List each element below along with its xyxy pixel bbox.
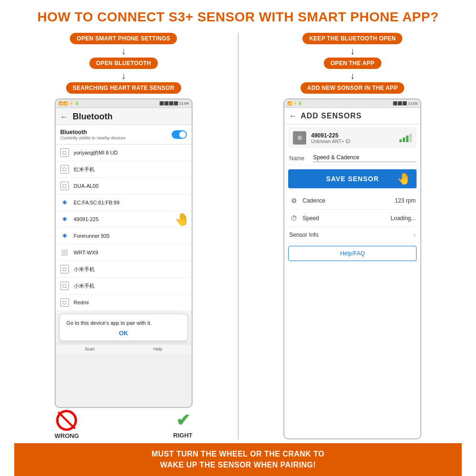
save-sensor-btn[interactable]: SAVE SENSOR 🤚 [288, 169, 417, 188]
arrow3: ↓ [350, 46, 355, 56]
bt-device-list: ☐ yoriyang的MI 8 UD ☐ 红米手机 ☐ DUA-AL00 ✱ [56, 145, 192, 341]
cadence-row: ⚙ Cadence 123 rpm [284, 192, 420, 210]
bt-setting-sub: Currently visible to nearby devices [60, 136, 126, 140]
pair-dialog: Go to this device's app to pair with it.… [59, 314, 188, 341]
device-name-0: yoriyang的MI 8 UD [74, 149, 118, 156]
bt-setting-label: Bluetooth [60, 129, 126, 136]
left-phone-mockup: 📶📶 ⚡ 🔋 ⬛⬛⬛⬛ 11:04 ← Bluetooth Bluetooth [55, 98, 193, 408]
cadence-icon: ⚙ [289, 196, 299, 205]
bottom-help[interactable]: Help [153, 347, 162, 351]
device-name-4: 49091-225 [74, 216, 99, 222]
dialog-text: Go to this device's app to pair with it. [67, 320, 181, 326]
signal-bar-3 [406, 136, 408, 142]
speed-label: Speed [302, 215, 390, 222]
device-name-3: EC:FA:5C:61:FB:99 [74, 200, 120, 205]
right-step1: KEEP THE BLUETOOTH OPEN [302, 33, 402, 44]
right-status-bar: 📶 ⚡🔋 ⬛⬛⬛ 11:03 [284, 99, 420, 108]
signal-bars [399, 134, 412, 142]
main-title: HOW TO CONNECT S3+ SENSOR WITH SMART PHO… [37, 9, 438, 25]
left-status-left: 📶📶 ⚡ 🔋 [58, 101, 79, 106]
right-panel: KEEP THE BLUETOOTH OPEN ↓ OPEN THE APP ↓… [239, 33, 462, 439]
wrong-right-row: WRONG ✔ RIGHT [55, 410, 193, 439]
signal-bar-2 [403, 137, 405, 142]
speed-icon: ⏱ [289, 214, 299, 223]
name-row: Name Speed & Cadence [284, 151, 420, 165]
cadence-label: Cadence [302, 197, 395, 204]
left-step1: OPEN SMART PHONE SETTINGS [70, 33, 177, 44]
sensor-card-id: 49091-225 [311, 132, 399, 139]
sensor-info-label: Sensor Info [289, 232, 318, 238]
save-btn-label: SAVE SENSOR [326, 175, 379, 183]
device-icon-9: ☐ [60, 298, 69, 307]
device-icon-6: ⬜ [60, 248, 69, 257]
right-label: RIGHT [173, 432, 192, 439]
bt-device-item[interactable]: ☐ 小米手机 [56, 278, 192, 294]
app-back-icon[interactable]: ← [289, 112, 297, 120]
bt-device-item-selected[interactable]: ✱ 49091-225 🤚 [56, 211, 192, 228]
bt-device-item[interactable]: ☐ 小米手机 [56, 261, 192, 278]
bt-device-item[interactable]: ✱ EC:FA:5C:61:FB:99 [56, 194, 192, 211]
hand-pointer-left: 🤚 [175, 212, 190, 227]
speed-row: ⏱ Speed Loading... [284, 210, 420, 227]
bt-device-item[interactable]: ☐ 红米手机 [56, 161, 192, 178]
sensor-info-arrow: › [414, 231, 416, 239]
device-name-6: WRT-WX9 [74, 250, 98, 255]
page-container: HOW TO CONNECT S3+ SENSOR WITH SMART PHO… [0, 0, 476, 476]
bt-setting-info: Bluetooth Currently visible to nearby de… [60, 129, 126, 140]
arrow4: ↓ [350, 71, 355, 80]
right-phone-mockup: 📶 ⚡🔋 ⬛⬛⬛ 11:03 ← ADD SENSORS ⚙ 49091-225… [283, 98, 421, 439]
bt-device-item[interactable]: ☐ DUA-AL00 [56, 178, 192, 194]
cadence-value: 123 rpm [395, 197, 416, 204]
left-step3: SEARCHING HEART RATE SENSOR [66, 82, 181, 94]
right-badge: ✔ RIGHT [173, 410, 192, 439]
device-name-2: DUA-AL00 [74, 183, 99, 189]
content-row: OPEN SMART PHONE SETTINGS ↓ OPEN BLUETOO… [14, 33, 462, 439]
device-icon-4: ✱ [60, 215, 69, 223]
bt-toggle[interactable] [172, 130, 187, 139]
signal-bar-4 [409, 134, 412, 142]
sensor-card-info: 49091-225 Unknown ANT+ ID [311, 132, 399, 144]
device-name-5: Forerunner 935 [74, 233, 110, 239]
device-icon-7: ☐ [60, 265, 69, 273]
help-faq-btn[interactable]: Help/FAQ [288, 246, 417, 261]
device-name-9: Redmi [74, 300, 89, 305]
device-icon-2: ☐ [60, 182, 69, 190]
signal-bar-1 [399, 139, 402, 142]
right-step3: ADD NEW SONSOR IN THE APP [301, 82, 404, 94]
arrow2: ↓ [121, 71, 126, 80]
left-steps: OPEN SMART PHONE SETTINGS ↓ OPEN BLUETOO… [14, 33, 233, 439]
right-status-left: 📶 ⚡🔋 [287, 101, 302, 106]
speed-value: Loading... [391, 215, 416, 222]
left-status-right: ⬛⬛⬛⬛ 11:04 [159, 101, 189, 106]
device-name-1: 红米手机 [74, 166, 95, 173]
bottom-scan[interactable]: Scan [85, 347, 95, 351]
bt-settings-section: Bluetooth Currently visible to nearby de… [56, 125, 192, 145]
dialog-ok-btn[interactable]: OK [67, 330, 181, 337]
bt-device-item[interactable]: ☐ yoriyang的MI 8 UD [56, 145, 192, 161]
device-icon-0: ☐ [60, 148, 69, 157]
wrong-label: WRONG [55, 432, 79, 439]
sensor-card-sub: Unknown ANT+ ID [311, 139, 399, 144]
left-step2: OPEN BLUETOOTH [89, 58, 158, 69]
wrong-badge: WRONG [55, 410, 79, 439]
no-symbol [56, 410, 77, 431]
bt-device-item[interactable]: ⬜ WRT-WX9 [56, 244, 192, 261]
bt-device-item[interactable]: ☐ Redmi [56, 294, 192, 311]
bt-back-icon[interactable]: ← [60, 113, 68, 121]
left-status-bar: 📶📶 ⚡ 🔋 ⬛⬛⬛⬛ 11:04 [56, 99, 192, 108]
app-header: ← ADD SENSORS [284, 108, 420, 125]
device-icon-5: ✱ [60, 232, 69, 240]
bt-device-item[interactable]: ✱ Forerunner 935 [56, 228, 192, 244]
name-label: Name [289, 155, 313, 162]
device-icon-3: ✱ [60, 198, 69, 207]
right-status-right: ⬛⬛⬛ 11:03 [393, 101, 418, 106]
bt-header: ← Bluetooth [56, 108, 192, 125]
arrow1: ↓ [121, 46, 126, 56]
right-steps: KEEP THE BLUETOOTH OPEN ↓ OPEN THE APP ↓… [243, 33, 462, 439]
sensor-info-row[interactable]: Sensor Info › [284, 227, 420, 243]
sensor-card: ⚙ 49091-225 Unknown ANT+ ID [288, 127, 417, 148]
app-title: ADD SENSORS [301, 112, 361, 120]
footer-banner: MUST TURN THE WHEEL OR THE CRANK TOWAKE … [14, 443, 462, 476]
name-value: Speed & Cadence [313, 154, 416, 162]
left-panel: OPEN SMART PHONE SETTINGS ↓ OPEN BLUETOO… [14, 33, 239, 439]
